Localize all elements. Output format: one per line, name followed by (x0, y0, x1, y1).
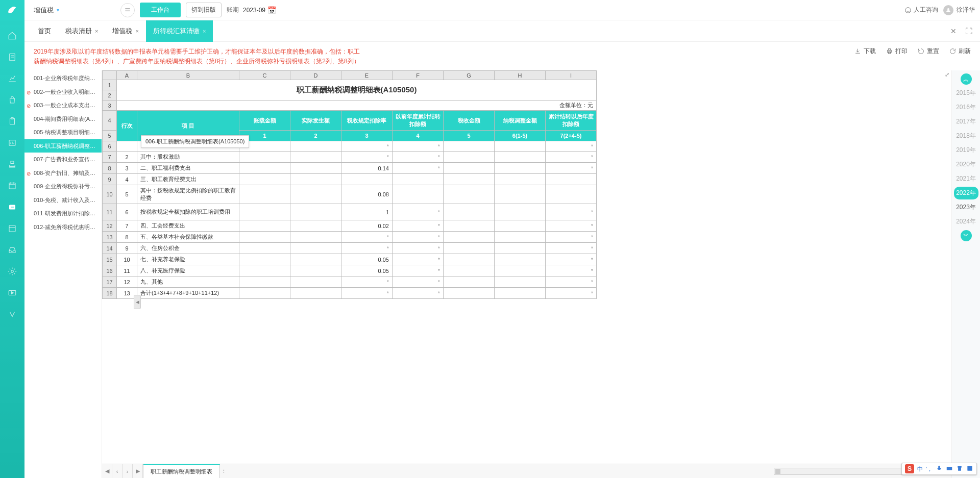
close-icon[interactable]: × (203, 28, 206, 34)
tab-2[interactable]: 增值税× (105, 20, 145, 42)
user-menu[interactable]: 徐泽华 (943, 5, 975, 15)
form-item-10[interactable]: 011-研发费用加计扣除优惠... (24, 207, 102, 220)
cell-prev[interactable]: * (393, 152, 444, 163)
row-header[interactable]: 16 (103, 265, 117, 276)
row-header[interactable]: 4 (103, 111, 117, 131)
cell-carry[interactable]: * (546, 232, 597, 243)
form-item-11[interactable]: 012-减免所得税优惠明细表(... (24, 220, 102, 234)
tax-type-dropdown[interactable]: 增值税 ▾ (30, 6, 120, 15)
row-header[interactable]: 5 (103, 131, 117, 141)
scroll-first[interactable]: ◀ (102, 464, 112, 478)
cell-rate[interactable]: * (341, 288, 393, 299)
row-header[interactable]: 17 (103, 276, 117, 288)
cell[interactable] (290, 232, 341, 243)
cell[interactable] (290, 254, 341, 265)
cell-prev[interactable]: * (393, 254, 444, 265)
cell-carry[interactable]: * (546, 163, 597, 174)
cell-prev[interactable]: * (393, 243, 444, 254)
cell-carry[interactable]: * (546, 141, 597, 152)
row-header[interactable]: 1 (103, 80, 117, 90)
form-item-6[interactable]: 007-广告费和业务宣传费跨... (24, 153, 102, 166)
row-header[interactable]: 11 (103, 204, 117, 220)
year-2018年[interactable]: 2018年 (954, 130, 978, 142)
row-header[interactable]: 3 (103, 100, 117, 111)
form-item-3[interactable]: 004-期间费用明细表(A1040... (24, 112, 102, 126)
cell[interactable] (239, 254, 290, 265)
download-button[interactable]: 下载 (854, 47, 876, 56)
app-logo[interactable] (0, 0, 24, 20)
refresh-button[interactable]: 刷新 (949, 47, 971, 56)
tab-3[interactable]: 所得税汇算清缴× (146, 20, 213, 42)
form-item-8[interactable]: 009-企业所得税弥补亏损明... (24, 180, 102, 193)
cell[interactable] (444, 254, 495, 265)
cell-prev[interactable]: * (393, 232, 444, 243)
cell-rownum[interactable]: 6 (117, 204, 137, 220)
cell[interactable] (495, 163, 546, 174)
cell-rate[interactable]: * (341, 141, 393, 152)
cell[interactable] (444, 163, 495, 174)
cell[interactable] (495, 141, 546, 152)
form-item-9[interactable]: 010-免税、减计收入及加计... (24, 193, 102, 207)
cell[interactable] (239, 152, 290, 163)
period-value[interactable]: 2023-09 (243, 7, 265, 14)
cell-rownum[interactable]: 5 (117, 185, 137, 204)
cell[interactable] (444, 185, 495, 204)
cell-rownum[interactable] (117, 141, 137, 152)
sheet-tab[interactable]: 职工薪酬纳税调整明细表 (143, 464, 220, 478)
cell-rownum[interactable]: 8 (117, 232, 137, 243)
cell[interactable] (444, 243, 495, 254)
collapse-handle[interactable]: ◀ (134, 295, 141, 309)
cell-rate[interactable]: 0.05 (341, 265, 393, 276)
workbench-button[interactable]: 工作台 (140, 3, 181, 17)
year-scroll-down[interactable]: ︾ (961, 230, 972, 241)
list-button[interactable] (120, 3, 135, 17)
col-header-F[interactable]: F (393, 71, 444, 80)
cell-rate[interactable]: * (341, 276, 393, 288)
cell[interactable] (495, 220, 546, 232)
cell[interactable] (444, 204, 495, 220)
close-icon[interactable]: × (95, 28, 98, 34)
cell-rate[interactable]: 0.02 (341, 220, 393, 232)
cell-prev[interactable]: * (393, 141, 444, 152)
cell[interactable] (239, 185, 290, 204)
cell[interactable] (495, 185, 546, 204)
cell[interactable] (444, 276, 495, 288)
cell[interactable] (239, 220, 290, 232)
reset-button[interactable]: 重置 (918, 47, 939, 56)
ime-punct-icon[interactable]: '， (926, 465, 933, 473)
cell[interactable] (239, 265, 290, 276)
cell-rate[interactable]: * (341, 152, 393, 163)
col-header-D[interactable]: D (290, 71, 341, 80)
form-item-7[interactable]: ⊘008-资产折旧、摊销及纳税... (24, 166, 102, 180)
year-scroll-up[interactable]: ︽ (961, 73, 972, 85)
year-2023年[interactable]: 2023年 (954, 201, 978, 214)
cell-carry[interactable]: * (546, 265, 597, 276)
cell[interactable] (495, 254, 546, 265)
archive-icon[interactable] (6, 222, 18, 235)
cell-rownum[interactable]: 3 (117, 163, 137, 174)
cell-carry[interactable] (546, 174, 597, 185)
sheet-tab-menu[interactable]: ⋮ (220, 468, 227, 474)
cell-rate[interactable]: 1 (341, 204, 393, 220)
row-header[interactable]: 18 (103, 288, 117, 299)
cell-item[interactable]: 其中：股权激励 (137, 152, 239, 163)
cell[interactable] (239, 174, 290, 185)
cell-rownum[interactable]: 11 (117, 265, 137, 276)
cell[interactable] (290, 288, 341, 299)
year-2019年[interactable]: 2019年 (954, 144, 978, 157)
year-2021年[interactable]: 2021年 (954, 172, 978, 185)
cell[interactable] (495, 232, 546, 243)
old-version-button[interactable]: 切到旧版 (186, 3, 222, 17)
cell[interactable] (495, 288, 546, 299)
cell[interactable] (444, 220, 495, 232)
cell-rownum[interactable]: 10 (117, 254, 137, 265)
scroll-last[interactable]: ▶ (133, 464, 143, 478)
clipboard-icon[interactable] (6, 115, 18, 128)
ime-tools-icon[interactable] (966, 465, 973, 473)
cell-prev[interactable] (393, 185, 444, 204)
cell[interactable] (444, 174, 495, 185)
cell[interactable] (290, 204, 341, 220)
cell-rate[interactable]: * (341, 232, 393, 243)
cell-carry[interactable]: * (546, 220, 597, 232)
home-icon[interactable] (6, 30, 18, 42)
